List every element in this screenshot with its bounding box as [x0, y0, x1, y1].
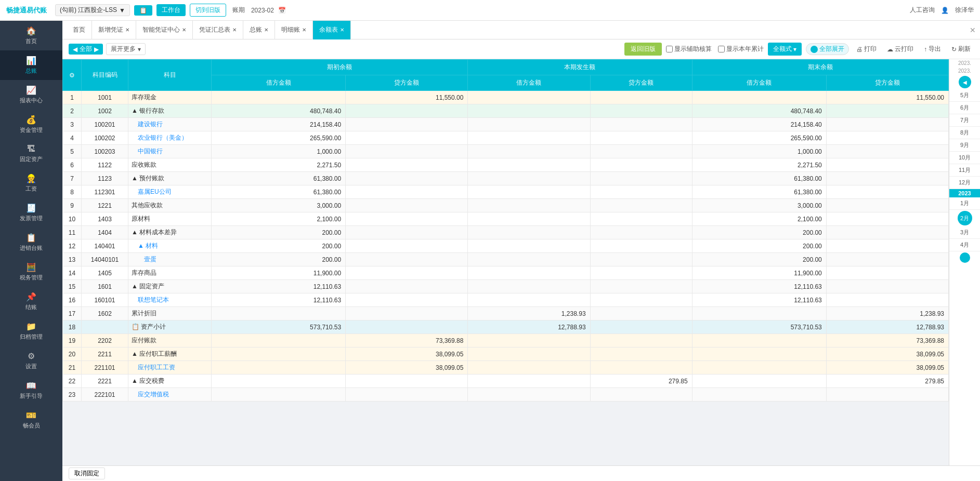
expand-more-label: 展开更多: [111, 45, 136, 54]
fixed-assets-icon: 🏗: [27, 144, 35, 154]
refresh-btn[interactable]: ↻ 刷新: [948, 44, 974, 55]
subject-link[interactable]: 应付职工工资: [132, 364, 175, 371]
tab-balance[interactable]: 余额表 ✕: [313, 21, 351, 39]
sidebar-item-payroll[interactable]: 👷 工资: [0, 168, 62, 198]
date-month-7[interactable]: 7月: [949, 114, 980, 127]
tab-home[interactable]: 首页: [67, 21, 92, 39]
copy-button[interactable]: 📋: [134, 5, 152, 16]
row-name: ▲ 固定资产: [128, 280, 212, 293]
tab-bar: 首页 新增凭证 ✕ 智能凭证中心 ✕ 凭证汇总表 ✕ 总账 ✕ 明细账 ✕: [62, 21, 980, 39]
subject-link[interactable]: 农业银行（美金）: [132, 134, 188, 141]
calendar-icon[interactable]: 📅: [278, 7, 286, 14]
tab-general-ledger-close[interactable]: ✕: [264, 27, 268, 33]
date-month-2-active[interactable]: 2月: [958, 211, 972, 225]
switch-old-version-button[interactable]: 切到旧版: [190, 4, 226, 17]
cloud-print-btn[interactable]: ☁ 云打印: [884, 44, 917, 55]
sidebar-label-archive: 归档管理: [20, 333, 43, 341]
quanshi-label: 全额式: [773, 45, 792, 54]
date-month-8[interactable]: 8月: [949, 127, 980, 139]
expand-more-btn[interactable]: 展开更多 ▾: [106, 43, 146, 55]
sidebar-item-guide[interactable]: 📖 新手引导: [0, 376, 62, 405]
row-curdebit: 1,238.93: [468, 307, 590, 320]
row-enddebit: 214,158.40: [692, 118, 826, 131]
tab-voucher-summary[interactable]: 凭证汇总表 ✕: [193, 21, 243, 39]
expand-panel-icon[interactable]: ◀: [959, 76, 971, 88]
row-curdebit: [468, 348, 590, 361]
tab-voucher-summary-close[interactable]: ✕: [232, 27, 237, 33]
sidebar-item-member[interactable]: 🎫 畅会员: [0, 405, 62, 435]
sidebar-item-ledger[interactable]: 📊 总账: [0, 50, 62, 80]
sidebar-item-close[interactable]: 📌 结账: [0, 287, 62, 316]
sidebar-item-fixed-assets[interactable]: 🏗 固定资产: [0, 139, 62, 168]
close-all-tabs[interactable]: ✕: [970, 26, 976, 34]
sidebar-item-archive[interactable]: 📁 归档管理: [0, 316, 62, 346]
row-no: 14: [63, 266, 82, 280]
all-filter-badge[interactable]: ◀ 全部 ▶: [69, 44, 103, 55]
date-month-6[interactable]: 6月: [949, 102, 980, 114]
tab-smart-voucher[interactable]: 智能凭证中心 ✕: [136, 21, 193, 39]
row-startdebit: 11,900.00: [212, 266, 346, 280]
subject-link[interactable]: 中国银行: [132, 148, 163, 155]
row-curdebit: [468, 212, 590, 226]
subject-link[interactable]: 建设银行: [132, 121, 163, 128]
th-settings[interactable]: ⚙: [63, 60, 82, 91]
sidebar-item-reports[interactable]: 📈 报表中心: [0, 80, 62, 110]
subject-link[interactable]: 联想笔记本: [132, 296, 169, 303]
top-bar: 畅捷通易代账 (勾前) 江西股企-LSS ▼ 📋 工作台 切到旧版 账期 202…: [0, 0, 980, 21]
table-row: 12140401 ▲ 材料200.00200.00: [63, 239, 949, 253]
row-code: 2202: [82, 334, 128, 348]
row-code: [82, 320, 128, 334]
date-month-4[interactable]: 4月: [949, 239, 980, 251]
user-name[interactable]: 徐泽华: [955, 6, 974, 15]
table-wrapper[interactable]: ⚙ 科目编码 科目 期初余额 本期发生额 期末余额 借方金额 贷方金额 借方金额…: [62, 59, 949, 465]
return-old-version-btn[interactable]: 返回旧版: [624, 43, 662, 56]
row-no: 9: [63, 199, 82, 212]
tab-general-ledger[interactable]: 总账 ✕: [243, 21, 275, 39]
table-row: 4100202 农业银行（美金）265,590.00265,590.00: [63, 131, 949, 145]
tab-detail-ledger-close[interactable]: ✕: [302, 27, 306, 33]
sidebar-item-tax[interactable]: 🧮 税务管理: [0, 257, 62, 287]
sidebar-item-settings[interactable]: ⚙ 设置: [0, 346, 62, 376]
tab-balance-close[interactable]: ✕: [340, 27, 344, 33]
company-selector[interactable]: (勾前) 江西股企-LSS ▼: [55, 4, 130, 16]
date-month-10[interactable]: 10月: [949, 152, 980, 164]
date-month-1[interactable]: 1月: [949, 197, 980, 210]
tab-new-voucher[interactable]: 新增凭证 ✕: [92, 21, 136, 39]
show-year-accum-check[interactable]: 显示本年累计: [718, 45, 764, 54]
sidebar-item-home[interactable]: 🏠 首页: [0, 21, 62, 50]
subject-link[interactable]: 壹蛋: [132, 256, 156, 263]
cancel-fixed-btn[interactable]: 取消固定: [69, 467, 105, 479]
show-aux-checkbox[interactable]: [666, 46, 673, 52]
sidebar-item-sales[interactable]: 📋 进销台账: [0, 228, 62, 257]
date-month-11[interactable]: 11月: [949, 164, 980, 177]
workbench-button[interactable]: 工作台: [156, 4, 186, 16]
subject-link[interactable]: 嘉属EU公司: [132, 188, 172, 195]
tab-smart-voucher-close[interactable]: ✕: [182, 27, 186, 33]
show-aux-accounting-check[interactable]: 显示辅助核算: [666, 45, 712, 54]
quanshi-btn[interactable]: 全额式 ▾: [768, 43, 802, 56]
row-curcredit: [590, 131, 692, 145]
subject-link[interactable]: ▲ 材料: [132, 242, 158, 249]
print-btn[interactable]: 🖨 打印: [853, 44, 880, 55]
date-month-5[interactable]: 5月: [949, 89, 980, 102]
table-row: 11001库存现金11,550.0011,550.00: [63, 91, 949, 104]
subject-link[interactable]: 应交增值税: [132, 391, 169, 398]
ai-consult[interactable]: 人工咨询: [910, 6, 935, 15]
sidebar-label-tax: 税务管理: [20, 274, 43, 282]
funds-icon: 💰: [26, 115, 36, 125]
sidebar-item-funds[interactable]: 💰 资金管理: [0, 110, 62, 139]
expand-all-toggle[interactable]: 全部展开: [806, 43, 849, 55]
expand-all-label: 全部展开: [819, 45, 844, 54]
tax-icon: 🧮: [26, 262, 36, 272]
date-month-9[interactable]: 9月: [949, 139, 980, 152]
tab-detail-ledger[interactable]: 明细账 ✕: [275, 21, 313, 39]
sidebar-item-invoice[interactable]: 🧾 发票管理: [0, 198, 62, 228]
date-month-3[interactable]: 3月: [949, 226, 980, 239]
row-curcredit: [590, 199, 692, 212]
tab-new-voucher-close[interactable]: ✕: [125, 27, 129, 33]
show-year-checkbox[interactable]: [718, 46, 725, 52]
right-arrow-icon: ▶: [94, 46, 99, 53]
row-name: ▲ 银行存款: [128, 104, 212, 118]
export-btn[interactable]: ↑ 导出: [921, 44, 944, 55]
date-month-12[interactable]: 12月: [949, 177, 980, 189]
